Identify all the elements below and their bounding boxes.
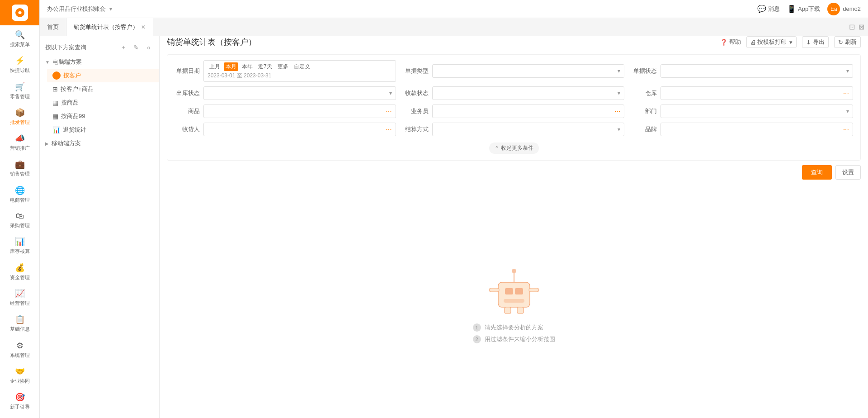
app-download-icon: 📱 — [787, 5, 796, 13]
sidebar-item-label-7: 电商管理 — [10, 197, 30, 203]
sidebar-item-sales[interactable]: 💼 销售管理 — [0, 155, 39, 180]
purchase-icon: 🛍 — [16, 211, 24, 221]
left-panel: 按以下方案查询 + ✎ « ▼ 电脑端方案 按客户 — [40, 36, 160, 418]
date-tab-more[interactable]: 更多 — [276, 62, 290, 71]
right-panel: 销货单统计表（按客户） ❓ 帮助 🖨 按模板打印 ▾ ⬇ 导出 — [160, 36, 868, 418]
header-dropdown-icon[interactable]: ▾ — [109, 6, 112, 12]
pc-scheme-text: 电脑端方案 — [52, 58, 82, 66]
sidebar-item-basic-info[interactable]: 📋 基础信息 — [0, 310, 39, 336]
hint-num-1: 1 — [473, 323, 481, 332]
sidebar-item-operations[interactable]: 📈 经营管理 — [0, 284, 39, 310]
wholesale-icon: 📦 — [15, 108, 25, 118]
bill-status-label: 单据状态 — [632, 67, 657, 75]
sidebar-item-purchase[interactable]: 🛍 采购管理 — [0, 207, 39, 232]
bill-type-chevron: ▾ — [618, 68, 620, 74]
bill-status-chevron: ▾ — [846, 68, 849, 74]
svg-rect-10 — [505, 307, 511, 314]
export-btn[interactable]: ⬇ 导出 — [802, 36, 829, 48]
setting-button[interactable]: 设置 — [835, 165, 861, 180]
collapse-btn[interactable]: ⌃ 收起更多条件 — [489, 142, 539, 154]
header-right: 💬 消息 📱 App下载 Ea demo2 — [757, 3, 861, 15]
svg-rect-5 — [504, 299, 524, 303]
brand-control[interactable]: ··· — [660, 123, 853, 136]
query-button[interactable]: 查询 — [802, 165, 832, 180]
sidebar-item-enterprise[interactable]: 🤝 企业协同 — [0, 362, 39, 388]
user-profile[interactable]: Ea demo2 — [827, 3, 861, 15]
tab-sales-stat-label: 销货单统计表（按客户） — [74, 23, 138, 31]
sidebar-item-marketing[interactable]: 📣 营销推广 — [0, 129, 39, 155]
warehouse-label: 仓库 — [632, 89, 657, 97]
sidebar-item-ecommerce[interactable]: 🌐 电商管理 — [0, 181, 39, 207]
date-tab-7days[interactable]: 近7天 — [256, 62, 274, 71]
staff-control[interactable]: ··· — [432, 104, 625, 118]
filter-row-3: 商品 ··· 业务员 ··· 部门 — [175, 104, 853, 118]
settle-control[interactable]: ▾ — [432, 123, 625, 136]
bill-status-control[interactable]: ▾ — [660, 64, 853, 78]
warehouse-control[interactable]: ··· — [660, 86, 853, 100]
out-status-label: 出库状态 — [175, 89, 200, 97]
date-tab-this-year[interactable]: 本年 — [240, 62, 255, 71]
sidebar-item-label: 搜索菜单 — [10, 41, 30, 48]
operations-icon: 📈 — [15, 289, 25, 299]
pay-status-control[interactable]: ▾ — [432, 86, 625, 100]
sidebar-item-inventory[interactable]: 📊 库存核算 — [0, 232, 39, 258]
add-scheme-btn[interactable]: + — [118, 43, 128, 52]
tree-item-by-product[interactable]: ▦ 按商品 — [47, 96, 159, 109]
receiver-label: 收货人 — [175, 125, 200, 133]
filter-product-item: 商品 ··· — [175, 104, 396, 118]
settle-label: 结算方式 — [403, 125, 429, 133]
tree-item-customer-product[interactable]: ⊞ 按客户+商品 — [47, 82, 159, 96]
sidebar-item-system[interactable]: ⚙ 系统管理 — [0, 336, 39, 362]
bill-type-control[interactable]: ▾ — [432, 64, 625, 78]
edit-scheme-btn[interactable]: ✎ — [131, 43, 141, 52]
sidebar-item-app-center[interactable]: 🔲 应用中心 — [0, 413, 39, 418]
settle-chevron: ▾ — [618, 126, 620, 133]
tree-item-return-stat[interactable]: 📊 退货统计 — [47, 123, 159, 137]
left-panel-actions: + ✎ « — [118, 43, 154, 52]
dept-control[interactable]: ▾ — [660, 104, 853, 118]
date-filter-control[interactable]: 上月 本月 本年 近7天 更多 自定义 2023-03-01 至 2023-03… — [203, 60, 396, 82]
sidebar-item-label-6: 销售管理 — [10, 171, 30, 177]
tab-close-icon[interactable]: ✕ — [141, 24, 146, 30]
tree-item-by-customer[interactable]: 按客户 — [47, 69, 159, 82]
refresh-btn[interactable]: ↻ 刷新 — [834, 36, 861, 48]
svg-rect-4 — [515, 288, 523, 294]
sidebar-item-retail[interactable]: 🛒 零售管理 — [0, 77, 39, 103]
svg-rect-11 — [517, 307, 524, 314]
pc-scheme-label[interactable]: ▼ 电脑端方案 — [40, 55, 159, 69]
tab-maximize-btn[interactable]: ⊠ — [859, 24, 864, 31]
date-tab-custom[interactable]: 自定义 — [292, 62, 312, 71]
mobile-scheme-label[interactable]: ▶ 移动端方案 — [40, 137, 159, 150]
print-btn[interactable]: 🖨 按模板打印 ▾ — [746, 36, 797, 48]
brand-dots: ··· — [843, 125, 849, 133]
sidebar-item-search-menu[interactable]: 🔍 搜索菜单 — [0, 25, 39, 51]
sidebar-nav: 🔍 搜索菜单 ⚡ 快捷导航 🛒 零售管理 📦 批发管理 📣 营销推广 💼 销售管… — [0, 25, 39, 418]
date-tab-this-month[interactable]: 本月 — [224, 62, 238, 71]
sidebar-item-quick-nav[interactable]: ⚡ 快捷导航 — [0, 51, 39, 77]
sidebar-item-label-14: 企业协同 — [10, 378, 30, 384]
print-label: 按模板打印 — [757, 38, 787, 46]
tab-restore-btn[interactable]: ⊡ — [849, 24, 855, 31]
sidebar-item-guide[interactable]: 🎯 新手引导 — [0, 388, 39, 413]
tab-sales-stat[interactable]: 销货单统计表（按客户） ✕ — [66, 18, 153, 36]
customer-product-label: 按客户+商品 — [61, 85, 94, 93]
by-product-label: 按商品 — [61, 99, 79, 107]
mobile-scheme-text: 移动端方案 — [52, 139, 81, 147]
sidebar-item-wholesale[interactable]: 📦 批发管理 — [0, 103, 39, 129]
app-download-btn[interactable]: 📱 App下载 — [787, 5, 820, 13]
tab-home[interactable]: 首页 — [40, 18, 66, 36]
refresh-icon: ↻ — [838, 39, 843, 46]
product-control[interactable]: ··· — [203, 104, 396, 118]
collapse-up-icon: ⌃ — [495, 145, 499, 152]
guide-icon: 🎯 — [15, 392, 25, 402]
svg-rect-3 — [505, 288, 513, 294]
sidebar-item-finance[interactable]: 💰 资金管理 — [0, 258, 39, 284]
date-label: 单据日期 — [175, 67, 200, 75]
help-btn[interactable]: ❓ 帮助 — [720, 38, 741, 46]
collapse-panel-btn[interactable]: « — [144, 43, 154, 52]
date-tab-last-month[interactable]: 上月 — [208, 62, 222, 71]
tree-item-product-99[interactable]: ▦ 按商品99 — [47, 109, 159, 123]
out-status-control[interactable]: ▾ — [203, 86, 396, 100]
receiver-control[interactable]: ··· — [203, 123, 396, 136]
message-btn[interactable]: 💬 消息 — [757, 5, 780, 13]
